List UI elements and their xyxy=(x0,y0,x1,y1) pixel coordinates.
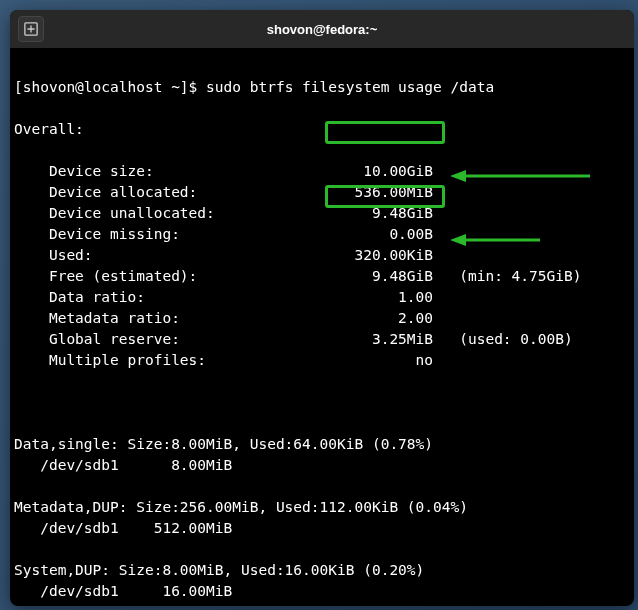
prompt: [shovon@localhost ~]$ xyxy=(14,79,197,95)
command: sudo btrfs filesystem usage /data xyxy=(206,79,494,95)
overall-row: Metadata ratio: 2.00 xyxy=(14,308,630,329)
section-header: Data,single: Size:8.00MiB, Used:64.00KiB… xyxy=(14,434,630,455)
section-detail: /dev/sdb1 8.00MiB xyxy=(14,455,630,476)
overall-row: Device missing: 0.00B xyxy=(14,224,630,245)
section-header: Metadata,DUP: Size:256.00MiB, Used:112.0… xyxy=(14,497,630,518)
terminal-output[interactable]: [shovon@localhost ~]$ sudo btrfs filesys… xyxy=(10,48,634,606)
overall-row: Data ratio: 1.00 xyxy=(14,287,630,308)
window-title: shovon@fedora:~ xyxy=(10,22,634,37)
blank-line xyxy=(14,539,630,560)
new-tab-button[interactable] xyxy=(18,16,44,42)
section-header: System,DUP: Size:8.00MiB, Used:16.00KiB … xyxy=(14,560,630,581)
terminal-window: shovon@fedora:~ [shovon@localhost ~]$ su… xyxy=(10,10,634,606)
overall-row: Free (estimated): 9.48GiB (min: 4.75GiB) xyxy=(14,266,630,287)
overall-row: Global reserve: 3.25MiB (used: 0.00B) xyxy=(14,329,630,350)
overall-header: Overall: xyxy=(14,119,630,140)
blank-line xyxy=(14,602,630,606)
overall-row: Device size: 10.00GiB xyxy=(14,161,630,182)
overall-row: Device unallocated: 9.48GiB xyxy=(14,203,630,224)
prompt-line: [shovon@localhost ~]$ sudo btrfs filesys… xyxy=(14,77,630,98)
plus-box-icon xyxy=(24,22,38,36)
overall-row: Multiple profiles: no xyxy=(14,350,630,371)
blank-line xyxy=(14,392,630,413)
overall-row: Device allocated: 536.00MiB xyxy=(14,182,630,203)
titlebar: shovon@fedora:~ xyxy=(10,10,634,48)
overall-row: Used: 320.00KiB xyxy=(14,245,630,266)
blank-line xyxy=(14,476,630,497)
section-detail: /dev/sdb1 512.00MiB xyxy=(14,518,630,539)
section-detail: /dev/sdb1 16.00MiB xyxy=(14,581,630,602)
